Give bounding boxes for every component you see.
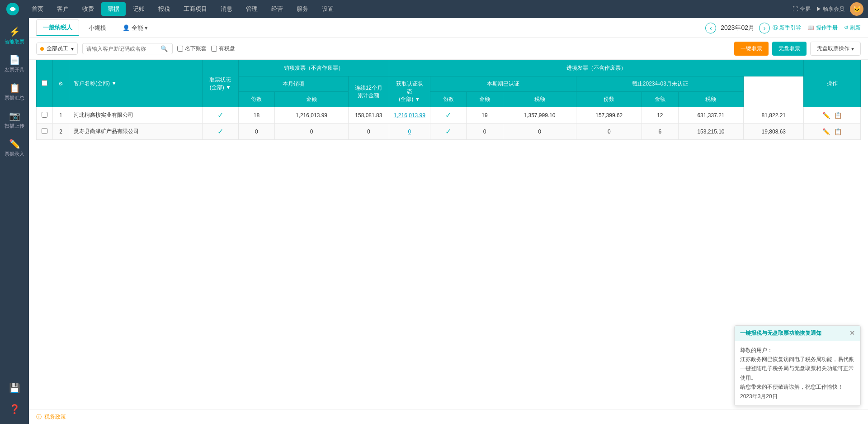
th-uncert-tax: 税额 bbox=[678, 92, 744, 107]
th-period-cert: 本期期已认证 bbox=[430, 76, 576, 92]
search-input[interactable] bbox=[86, 46, 159, 52]
nav-message[interactable]: 消息 bbox=[214, 2, 239, 16]
tax-policy-link[interactable]: 税务政策 bbox=[44, 413, 66, 421]
th-cumulative: 连续12个月累计金额 bbox=[348, 76, 389, 107]
nav-settings[interactable]: 设置 bbox=[316, 2, 340, 16]
row-uncert-tax: 81,822.21 bbox=[744, 107, 804, 124]
member-btn[interactable]: ▶ 畅享会员 bbox=[816, 5, 844, 13]
nav-ticket[interactable]: 票据 bbox=[101, 2, 126, 16]
refresh-btn[interactable]: ↺ 刷新 bbox=[844, 24, 861, 32]
notification-close-btn[interactable]: ✕ bbox=[849, 329, 855, 337]
employee-dot bbox=[40, 47, 44, 51]
top-nav: 首页 客户 收费 票据 记账 报税 工商项目 消息 管理 经营 服务 设置 ⛶ … bbox=[0, 0, 868, 18]
detail-icon[interactable]: 📋 bbox=[834, 112, 842, 119]
row-cert-status: ✓ bbox=[430, 107, 466, 124]
nav-business[interactable]: 工商项目 bbox=[177, 2, 213, 16]
sidebar-bottom: 💾 ❓ bbox=[2, 379, 27, 424]
th-cert-status: 获取认证状态(全部) ▼ bbox=[389, 76, 430, 107]
row-ticket-status: ✓ bbox=[202, 124, 238, 140]
sidebar-item-ticket-entry[interactable]: ✏️ 票据录入 bbox=[2, 135, 27, 161]
row-cert-count: 19 bbox=[467, 107, 503, 124]
tab-all[interactable]: 👤 全能 ▾ bbox=[116, 20, 155, 36]
row-cert-count: 0 bbox=[467, 124, 503, 140]
one-key-ticket-btn[interactable]: 一键取票 bbox=[734, 42, 769, 56]
sidebar-help[interactable]: ❓ bbox=[2, 400, 27, 419]
edit-icon[interactable]: ✏️ bbox=[822, 128, 830, 135]
no-disk-ticket-btn[interactable]: 无盘取票 bbox=[772, 42, 807, 56]
sidebar-download[interactable]: 💾 bbox=[2, 379, 27, 398]
row-checkbox-cell bbox=[37, 107, 53, 124]
select-all-checkbox[interactable] bbox=[42, 80, 47, 86]
employee-select[interactable]: 全部员工 ▾ bbox=[36, 43, 78, 55]
checkbox-account[interactable]: 名下账套 bbox=[177, 45, 207, 52]
th-cert-amount: 金额 bbox=[467, 92, 503, 107]
chevron-down-icon: ▾ bbox=[145, 24, 148, 31]
row-cert-status: ✓ bbox=[430, 124, 466, 140]
th-settings: ⚙ bbox=[53, 60, 69, 107]
th-checkbox bbox=[37, 60, 53, 107]
sidebar-item-invoice-open[interactable]: 📄 发票开具 bbox=[2, 51, 27, 77]
sidebar-item-smart-ticket[interactable]: ⚡ 智能取票 bbox=[2, 23, 27, 49]
search-icon[interactable]: 🔍 bbox=[160, 45, 168, 52]
th-purchase-group: 进项发票（不含作废票） bbox=[389, 60, 803, 76]
month-next-btn[interactable]: › bbox=[759, 23, 770, 33]
tab-bar: 一般纳税人 小规模 👤 全能 ▾ ‹ 2023年02月 › ⑤ 新手引导 📖 操… bbox=[29, 18, 868, 38]
nav-bookkeeping[interactable]: 记账 bbox=[127, 2, 151, 16]
fullscreen-btn[interactable]: ⛶ 全屏 bbox=[793, 5, 810, 13]
th-sales-amount: 金额 bbox=[275, 92, 349, 107]
no-disk-ops-btn[interactable]: 无盘取票操作 ▾ bbox=[810, 42, 861, 56]
nav-customer[interactable]: 客户 bbox=[51, 2, 75, 16]
nav-operate[interactable]: 经营 bbox=[265, 2, 289, 16]
row-cert-tax: 0 bbox=[576, 124, 642, 140]
sidebar-item-scan-upload[interactable]: 📷 扫描上传 bbox=[2, 107, 27, 133]
th-sales-count: 份数 bbox=[238, 92, 274, 107]
account-checkbox[interactable] bbox=[177, 46, 183, 52]
nav-right: ⛶ 全屏 ▶ 畅享会员 🐱 bbox=[793, 2, 863, 16]
cumulative-link[interactable]: 0 bbox=[408, 129, 411, 135]
notification-header: 一键报税与无盘取票功能恢复通知 ✕ bbox=[735, 326, 860, 341]
row-sales-amount: 1,216,013.99 bbox=[275, 107, 349, 124]
invoice-open-icon: 📄 bbox=[9, 54, 20, 65]
th-customer-name: 客户名称(全部) ▼ bbox=[69, 60, 203, 107]
tab-small-scale[interactable]: 小规模 bbox=[82, 20, 113, 36]
sidebar-item-invoice-summary[interactable]: 📋 票据汇总 bbox=[2, 79, 27, 105]
invoice-summary-icon: 📋 bbox=[9, 82, 20, 93]
nav-home[interactable]: 首页 bbox=[25, 2, 50, 16]
taxdisk-checkbox[interactable] bbox=[211, 46, 217, 52]
row-num: 2 bbox=[53, 124, 69, 140]
toolbar: 全部员工 ▾ 🔍 名下账套 有税盘 一键取票 无盘取票 无盘取票操作 ▾ bbox=[29, 38, 868, 60]
tax-policy-icon: ⓘ bbox=[36, 413, 42, 421]
th-uncert-count: 份数 bbox=[576, 92, 642, 107]
row-uncert-amount: 631,337.21 bbox=[678, 107, 744, 124]
row-checkbox[interactable] bbox=[42, 112, 47, 118]
row-sales-count: 0 bbox=[238, 124, 274, 140]
row-customer-name: 河北柯鑫桉实业有限公司 bbox=[69, 107, 203, 124]
edit-icon[interactable]: ✏️ bbox=[822, 112, 830, 119]
nav-manage[interactable]: 管理 bbox=[240, 2, 264, 16]
download-icon: 💾 bbox=[9, 382, 20, 393]
nav-tax[interactable]: 报税 bbox=[152, 2, 176, 16]
main-table: ⚙ 客户名称(全部) ▼ 取票状态(全部) ▼ 销项发票（不含作废票） 进项发票… bbox=[36, 60, 861, 140]
tab-general-taxpayer[interactable]: 一般纳税人 bbox=[36, 19, 79, 36]
month-nav-area: ‹ 2023年02月 › bbox=[705, 23, 770, 33]
all-tab-icon: 👤 bbox=[123, 24, 130, 31]
user-avatar[interactable]: 🐱 bbox=[850, 2, 863, 16]
row-uncert-tax: 19,808.63 bbox=[744, 124, 804, 140]
row-cert-tax: 157,399.62 bbox=[576, 107, 642, 124]
detail-icon[interactable]: 📋 bbox=[834, 128, 842, 135]
nav-service[interactable]: 服务 bbox=[290, 2, 315, 16]
ticket-entry-icon: ✏️ bbox=[9, 138, 20, 149]
cumulative-link[interactable]: 1,216,013.99 bbox=[394, 112, 425, 119]
row-checkbox[interactable] bbox=[42, 128, 47, 134]
checkbox-taxdisk[interactable]: 有税盘 bbox=[211, 45, 235, 52]
th-cert-tax: 税额 bbox=[503, 92, 576, 107]
row-sales-amount: 0 bbox=[275, 124, 349, 140]
manual-btn[interactable]: 📖 操作手册 bbox=[807, 24, 837, 32]
tab-right-actions: ⑤ 新手引导 📖 操作手册 ↺ 刷新 bbox=[773, 24, 861, 32]
ticket-status-icon: ✓ bbox=[217, 128, 223, 135]
new-guide-btn[interactable]: ⑤ 新手引导 bbox=[773, 24, 801, 32]
month-prev-btn[interactable]: ‹ bbox=[705, 23, 716, 33]
notification-body: 尊敬的用户：江苏政务网已恢复访问电子税务局功能，易代账一键登陆电子税务局与无盘取… bbox=[735, 341, 860, 405]
ticket-status-icon: ✓ bbox=[217, 111, 223, 119]
nav-fee[interactable]: 收费 bbox=[76, 2, 100, 16]
